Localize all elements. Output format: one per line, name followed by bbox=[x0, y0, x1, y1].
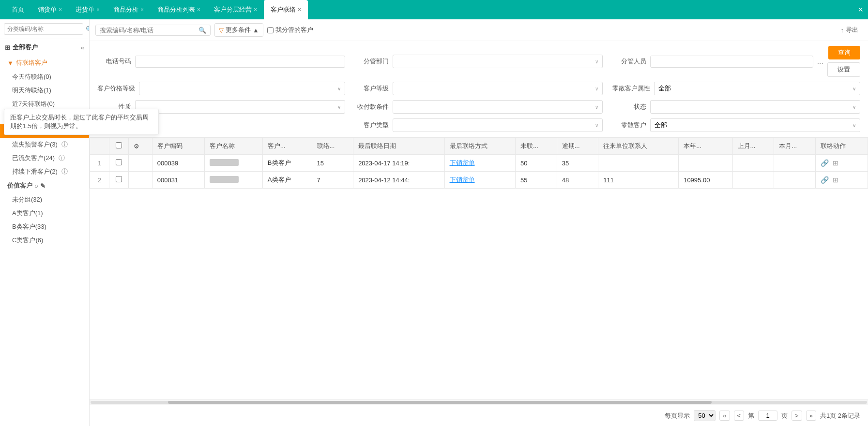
search-input[interactable] bbox=[100, 27, 197, 34]
edit-icon[interactable]: ✎ bbox=[40, 182, 46, 190]
cell-index-1: 1 bbox=[90, 155, 109, 172]
nav-close-product-list[interactable]: × bbox=[197, 6, 200, 13]
more-filter-button[interactable]: ▽ 更多条件 ▲ bbox=[214, 23, 263, 37]
nav-close-customer-contact[interactable]: × bbox=[298, 6, 301, 13]
sidebar-item-tomorrow[interactable]: 明天待联络(1) bbox=[0, 84, 89, 97]
horizontal-scrollbar[interactable] bbox=[90, 399, 868, 405]
cell-last-method-2[interactable]: 下销货单 bbox=[444, 172, 516, 189]
row-checkbox-1[interactable] bbox=[116, 159, 122, 165]
scrollbar-thumb[interactable] bbox=[168, 401, 712, 404]
nav-product-list[interactable]: 商品分析列表 × bbox=[151, 0, 207, 19]
sidebar-collapse-icon[interactable]: « bbox=[81, 44, 84, 51]
col-header-last-date[interactable]: 最后联络日期 bbox=[353, 138, 444, 155]
export-button[interactable]: ↑ 导出 bbox=[837, 24, 863, 36]
nav-customer-contact[interactable]: 客户联络 × bbox=[264, 0, 308, 19]
filter-scatter-right-select[interactable]: 全部 ∨ bbox=[650, 118, 860, 132]
sidebar-item-declining[interactable]: 持续下滑客户(2) ⓘ bbox=[0, 165, 89, 178]
filter-customer-type-select[interactable]: ∨ bbox=[393, 118, 603, 132]
sidebar-item-class-c[interactable]: C类客户(6) bbox=[0, 234, 89, 247]
col-header-contact[interactable]: 联络... bbox=[312, 138, 353, 155]
filter-customer-type: 客户类型 ∨ bbox=[355, 118, 603, 132]
col-header-this-month[interactable]: 本月... bbox=[774, 138, 816, 155]
search-submit-icon[interactable]: 🔍 bbox=[198, 27, 206, 34]
cell-unit-contact-1 bbox=[598, 155, 679, 172]
nav-home[interactable]: 首页 bbox=[5, 0, 31, 19]
customer-table: ⚙ 客户编码 客户名称 客户... 联络... 最后联络日期 最后联络方式 未联… bbox=[90, 137, 868, 189]
col-header-overdue[interactable]: 逾期... bbox=[557, 138, 598, 155]
col-header-uncontacted[interactable]: 未联... bbox=[516, 138, 557, 155]
link-icon-1[interactable]: 🔗 bbox=[821, 159, 829, 167]
filter-manager-input[interactable] bbox=[650, 56, 813, 68]
action-icons-2: 🔗 ⊞ bbox=[821, 176, 863, 184]
col-header-last-month[interactable]: 上月... bbox=[732, 138, 774, 155]
cell-code-1[interactable]: 000039 bbox=[152, 155, 204, 172]
row-checkbox-2[interactable] bbox=[116, 176, 122, 182]
filter-nature-select[interactable]: ∨ bbox=[135, 100, 345, 114]
col-header-code[interactable]: 客户编码 bbox=[152, 138, 204, 155]
filter-payment-select[interactable]: ∨ bbox=[393, 100, 603, 114]
filter-price-level: 客户价格等级 ∨ bbox=[97, 82, 345, 95]
col-header-unit-contact[interactable]: 往来单位联系人 bbox=[598, 138, 679, 155]
my-customer-checkbox[interactable] bbox=[267, 27, 274, 33]
col-header-name[interactable]: 客户名称 bbox=[204, 138, 262, 155]
col-header-action[interactable]: 联络动作 bbox=[815, 138, 868, 155]
last-method-link-1[interactable]: 下销货单 bbox=[450, 159, 475, 166]
col-header-last-method[interactable]: 最后联络方式 bbox=[444, 138, 516, 155]
chevron-down-icon-2: ∨ bbox=[337, 86, 341, 91]
per-page-select[interactable]: 50 bbox=[694, 410, 716, 421]
sidebar-item-today[interactable]: 今天待联络(0) bbox=[0, 70, 89, 84]
nav-sales[interactable]: 销货单 × bbox=[31, 0, 69, 19]
col-header-settings[interactable]: ⚙ bbox=[129, 138, 152, 155]
filter-customer-type-label: 客户类型 bbox=[355, 121, 389, 130]
grid-icon-2[interactable]: ⊞ bbox=[833, 176, 838, 184]
col-header-type[interactable]: 客户... bbox=[262, 138, 312, 155]
info-icon-4: ⓘ bbox=[61, 168, 68, 175]
prev-page-button[interactable]: < bbox=[734, 411, 745, 421]
page-number-input[interactable] bbox=[758, 411, 777, 421]
col-header-this-year[interactable]: 本年... bbox=[679, 138, 732, 155]
nav-close-sales[interactable]: × bbox=[59, 6, 62, 13]
cell-type-2: A类客户 bbox=[262, 172, 312, 189]
nav-purchase[interactable]: 进货单 × bbox=[69, 0, 107, 19]
grid-icon-1[interactable]: ⊞ bbox=[833, 159, 838, 167]
sidebar-item-class-b[interactable]: B类客户(33) bbox=[0, 220, 89, 234]
sidebar-item-churned[interactable]: 已流失客户(24) ⓘ bbox=[0, 151, 89, 165]
sidebar-item-ungrouped[interactable]: 未分组(32) bbox=[0, 193, 89, 206]
sidebar-search-input[interactable] bbox=[4, 23, 83, 35]
toolbar: 🔍 ▽ 更多条件 ▲ 我分管的客户 ↑ 导出 bbox=[90, 19, 868, 41]
query-button[interactable]: 查询 bbox=[828, 46, 860, 59]
filter-manager-dots[interactable]: ... bbox=[817, 57, 823, 66]
window-close-button[interactable]: × bbox=[858, 5, 863, 15]
sidebar-item-class-a[interactable]: A类客户(1) bbox=[0, 206, 89, 220]
filter-customer-level-select[interactable]: ∨ bbox=[393, 82, 603, 95]
filter-scatter-select[interactable]: 全部 ∨ bbox=[654, 82, 860, 95]
nav-customer-tier[interactable]: 客户分层经营 × bbox=[207, 0, 264, 19]
sidebar-item-churn-warning[interactable]: 流失预警客户(3) ⓘ bbox=[0, 138, 89, 151]
last-page-button[interactable]: » bbox=[806, 411, 816, 421]
chevron-down-icon-9: ∨ bbox=[853, 123, 856, 128]
select-all-checkbox[interactable] bbox=[116, 142, 122, 148]
top-nav: 首页 销货单 × 进货单 × 商品分析 × 商品分析列表 × 客户分层经营 × … bbox=[0, 0, 868, 19]
nav-close-customer-tier[interactable]: × bbox=[254, 6, 257, 13]
settings-button[interactable]: 设置 bbox=[827, 62, 860, 77]
last-method-link-2[interactable]: 下销货单 bbox=[450, 176, 475, 183]
filter-price-select[interactable]: ∨ bbox=[139, 82, 345, 95]
first-page-button[interactable]: « bbox=[719, 411, 730, 421]
cell-code-2[interactable]: 000031 bbox=[152, 172, 204, 189]
sidebar-group-value[interactable]: 价值客户 ○ ✎ bbox=[0, 178, 89, 193]
filter-phone-input[interactable] bbox=[135, 56, 345, 68]
scrollbar-track bbox=[91, 401, 867, 404]
chevron-up-icon: ▲ bbox=[253, 27, 259, 34]
filter-status-select[interactable]: ∨ bbox=[650, 100, 860, 114]
nav-close-purchase[interactable]: × bbox=[96, 6, 100, 13]
cell-last-method-1[interactable]: 下销货单 bbox=[444, 155, 516, 172]
link-icon-2[interactable]: 🔗 bbox=[821, 176, 829, 184]
filter-dept-select[interactable]: ∨ bbox=[393, 55, 603, 68]
sidebar-search-icon[interactable]: 🔍 bbox=[86, 26, 90, 33]
nav-product-analysis[interactable]: 商品分析 × bbox=[107, 0, 151, 19]
nav-close-product-analysis[interactable]: × bbox=[140, 6, 144, 13]
sidebar-group-pending[interactable]: ▼ 待联络客户 bbox=[0, 56, 89, 70]
sidebar-all-customers[interactable]: ⊞ 全部客户 « bbox=[0, 39, 89, 56]
filter-payment: 收付款条件 ∨ bbox=[355, 100, 603, 114]
next-page-button[interactable]: > bbox=[792, 411, 802, 421]
